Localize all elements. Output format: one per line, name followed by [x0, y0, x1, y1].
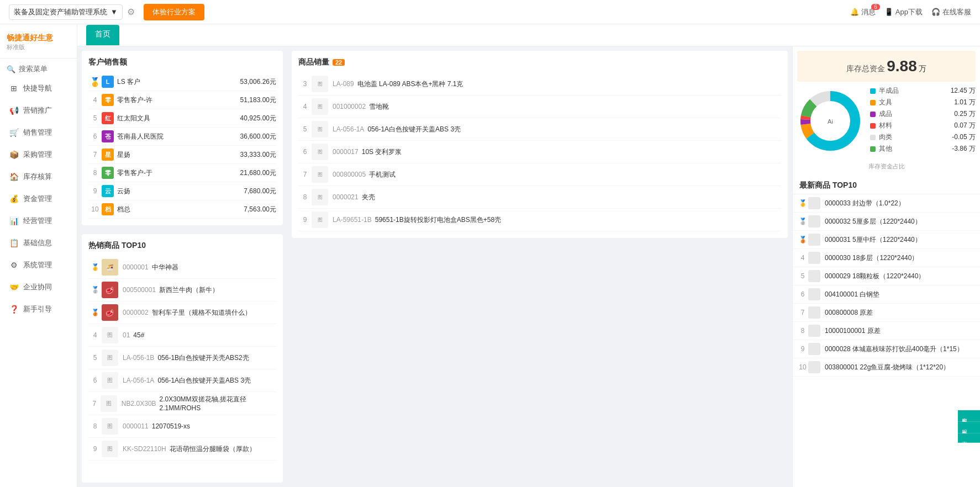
top-bar-left: 装备及固定资产辅助管理系统 ▼ ⚙ 体验行业方案 [9, 4, 204, 20]
hot-rank-medal-3: 🥉 [88, 309, 102, 316]
hot-product-1[interactable]: 🥇 🍜 0000001 中华神器 [88, 256, 276, 279]
prod-rank-9[interactable]: 9 图 LA-59651-1B 59651-1B旋转投影灯电池盒ABS黑色+58… [298, 209, 781, 231]
hot-product-2[interactable]: 🥈 🥩 000500001 新西兰牛肉（新牛） [88, 279, 276, 301]
new-product-8[interactable]: 8 10000100001 原差 [793, 322, 980, 340]
sidebar-item-operations[interactable]: 📊 经营管理 [2, 210, 75, 231]
hot-product-3[interactable]: 🥉 🥩 0000002 智利车子里（规格不知道填什么） [88, 301, 276, 324]
customer-rank-7[interactable]: 7 星 星扬 33,333.00元 [88, 146, 276, 164]
notifications-button[interactable]: 🔔 消息 6 [850, 7, 876, 17]
hot-product-img-4: 图 [102, 327, 118, 343]
hot-rank-num-5: 5 [88, 354, 102, 362]
customer-name-9: 云扬 [117, 187, 244, 196]
hot-product-7[interactable]: 7 图 NB2.0X30B 2.0X30MM双搓花轴,搓花直径2.1MM/ROH… [88, 392, 276, 415]
top-bar: 装备及固定资产辅助管理系统 ▼ ⚙ 体验行业方案 🔔 消息 6 📱 App下载 … [0, 0, 980, 24]
prod-rank-num-7: 7 [298, 171, 312, 178]
prod-rank-num-9: 9 [298, 216, 312, 224]
inventory-total-unit: 万 [919, 64, 926, 73]
hot-product-6[interactable]: 6 图 LA-056-1A 056-1A白色按键开关盖ABS 3壳 [88, 369, 276, 392]
prod-rank-6[interactable]: 6 图 0000017 10S 变利罗浆 [298, 141, 781, 163]
new-prod-info-7: 000800008 原差 [825, 308, 873, 317]
prod-rank-num-3: 3 [298, 80, 312, 88]
hot-product-code-2: 000500001 [123, 286, 156, 294]
legend-other: 其他 -3.86 万 [870, 144, 976, 153]
donut-svg: Ai [797, 88, 863, 154]
inventory-total-panel: 库存总资金 9.88 万 [797, 51, 976, 82]
svg-text:🥩: 🥩 [106, 309, 114, 317]
hot-product-9[interactable]: 9 图 KK-SD22110H 花语萌恒温分腿睡袋（厚款） [88, 438, 276, 460]
new-rank-num-9: 9 [797, 345, 808, 353]
product-ranking-label: 商品销量 [298, 57, 329, 67]
hot-product-8[interactable]: 8 图 0000011 12070519-xs [88, 415, 276, 438]
product-ranking-panel: 商品销量 22 3 图 LA-089 电池盖 LA-089 ABS本色+黑种 7… [292, 51, 788, 238]
customer-amount-1: 53,006.26元 [240, 77, 276, 87]
new-product-2[interactable]: 🥈 0000032 5厘多层（1220*2440） [793, 213, 980, 231]
hot-product-5[interactable]: 5 图 LA-056-1B 056-1B白色按键开关壳ABS2壳 [88, 347, 276, 369]
customer-rank-8[interactable]: 8 零 零售客户-于 21,680.00元 [88, 164, 276, 182]
customer-rank-4[interactable]: 4 零 零售客户-许 51,183.00元 [88, 91, 276, 109]
new-product-3[interactable]: 🥉 0000031 5厘中纤（1220*2440） [793, 231, 980, 249]
prod-rank-8[interactable]: 8 图 0000021 夹壳 [298, 186, 781, 209]
sidebar-item-guide[interactable]: ❓ 新手引导 [2, 299, 75, 320]
prod-rank-4[interactable]: 4 图 001000002 雪地靴 [298, 96, 781, 118]
hot-product-name-7: 2.0X30MM双搓花轴,搓花直径2.1MM/ROHS [160, 395, 276, 412]
sales-icon: 🛒 [9, 128, 19, 137]
prod-name-8: 夹壳 [362, 193, 375, 202]
inventory-icon: 🏠 [9, 172, 19, 182]
trial-button[interactable]: 体验行业方案 [144, 4, 204, 20]
new-product-10[interactable]: 10 003800001 22g鱼豆腐-烧烤味（1*12*20） [793, 358, 980, 377]
hot-product-img-1: 🍜 [102, 259, 118, 276]
hot-product-name-2: 新西兰牛肉（新牛） [159, 285, 219, 295]
new-product-4[interactable]: 4 0000030 18多层（1220*2440） [793, 249, 980, 267]
svg-text:Ai: Ai [828, 118, 833, 125]
sidebar-item-system[interactable]: ⚙ 系统管理 [2, 255, 75, 276]
customer-rank-1[interactable]: 🥇 L LS 客户 53,006.26元 [88, 73, 276, 91]
sidebar-item-finance[interactable]: 💰 资金管理 [2, 188, 75, 209]
customer-rank-6[interactable]: 6 苍 苍南县人民医院 36,600.00元 [88, 128, 276, 146]
new-product-9[interactable]: 9 0000028 体城嘉枝味苏打饮品400毫升（1*15） [793, 340, 980, 358]
gear-icon[interactable]: ⚙ [127, 7, 135, 17]
new-prod-icon-8 [808, 325, 820, 337]
hot-product-4[interactable]: 4 图 01 45# [88, 324, 276, 347]
customer-amount-6: 36,600.00元 [240, 132, 276, 141]
prod-img-3: 图 [312, 76, 328, 92]
new-prod-info-6: 004100001 白钢垫 [825, 290, 879, 299]
sidebar-item-sales[interactable]: 🛒 销售管理 [2, 122, 75, 143]
customer-rank-10[interactable]: 10 档 档总 7,563.00元 [88, 200, 276, 219]
sidebar-item-purchase[interactable]: 📦 采购管理 [2, 144, 75, 165]
rank-num-6: 6 [88, 133, 102, 140]
legend-chenpin: 成品 0.25 万 [870, 109, 976, 119]
product-ranking-title: 商品销量 22 [298, 57, 781, 67]
sidebar-item-basic-info[interactable]: 📋 基础信息 [2, 232, 75, 253]
sidebar-item-quick-nav[interactable]: ⊞ 快捷导航 [2, 78, 75, 99]
new-product-7[interactable]: 7 000800008 原差 [793, 304, 980, 322]
prod-rank-num-4: 4 [298, 103, 312, 110]
app-download-button[interactable]: 📱 App下载 [884, 7, 923, 17]
tab-home[interactable]: 首页 [86, 25, 119, 45]
customer-rank-9[interactable]: 9 云 云扬 7,680.00元 [88, 182, 276, 200]
new-product-1[interactable]: 🥇 0000033 封边带（1.0*22） [793, 194, 980, 213]
customer-amount-9: 7,680.00元 [244, 187, 276, 196]
float-btn-live[interactable]: 直播 [958, 433, 980, 443]
system-name: 装备及固定资产辅助管理系统 [14, 7, 107, 17]
sidebar-item-cooperation[interactable]: 🤝 企业协同 [2, 277, 75, 298]
hot-product-img-7: 图 [101, 395, 117, 412]
customer-amount-10: 7,563.00元 [244, 205, 276, 214]
float-btn-service[interactable]: 客服热线 [958, 410, 980, 422]
new-prod-icon-2 [808, 215, 820, 227]
new-product-5[interactable]: 5 0000029 18颗粒板（1220*2440） [793, 267, 980, 285]
sidebar-search-button[interactable]: 🔍 搜索菜单 [0, 61, 77, 77]
rank-medal-1: 🥇 [88, 77, 102, 87]
system-selector[interactable]: 装备及固定资产辅助管理系统 ▼ [9, 4, 123, 20]
online-service-button[interactable]: 🎧 在线客服 [931, 7, 971, 17]
prod-rank-3[interactable]: 3 图 LA-089 电池盖 LA-089 ABS本色+黑种 7.1克 [298, 73, 781, 96]
sidebar-item-inventory[interactable]: 🏠 库存核算 [2, 166, 75, 187]
prod-rank-5[interactable]: 5 图 LA-056-1A 056-1A白色按键开关盖ABS 3壳 [298, 118, 781, 141]
customer-name-1: LS 客户 [117, 77, 240, 87]
finance-icon: 💰 [9, 194, 19, 204]
new-product-6[interactable]: 6 004100001 白钢垫 [793, 285, 980, 304]
customer-rank-5[interactable]: 5 红 红太阳文具 40,925.00元 [88, 109, 276, 128]
prod-name-4: 雪地靴 [369, 102, 389, 112]
float-btn-community[interactable]: 服务社区 [958, 422, 980, 433]
prod-rank-7[interactable]: 7 图 000800005 手机测试 [298, 163, 781, 186]
sidebar-item-marketing[interactable]: 📢 营销推广 [2, 100, 75, 121]
